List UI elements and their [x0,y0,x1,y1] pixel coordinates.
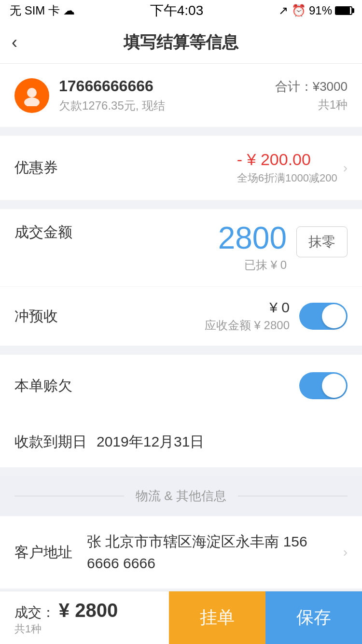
status-time: 下午4:03 [150,1,204,20]
credit-row: 本单赊欠 [0,354,362,417]
toggle-knob [322,304,346,328]
coupon-desc: 全场6折满1000减200 [237,171,337,185]
customer-card: 17666666666 欠款1276.35元, 现结 合计：¥3000 共1种 [0,64,362,127]
bottom-count: 共1种 [14,622,154,636]
logistics-divider: 物流 & 其他信息 [0,476,362,516]
coupon-chevron-icon: › [343,160,348,176]
deal-right: 2800 已抹 ¥ 0 抹零 [218,223,348,273]
prepaid-label: 冲预收 [14,307,58,326]
section-divider-2 [0,346,362,354]
deal-amount-col: 2800 已抹 ¥ 0 [218,223,287,273]
address-label: 客户地址 [14,543,72,562]
duedate-value: 2019年12月31日 [97,432,204,452]
total-count: 共1种 [275,97,348,112]
battery-bar [335,6,352,15]
prepaid-amount: ¥ 0 [205,299,290,316]
address-row[interactable]: 客户地址 张 北京市市辖区海淀区永丰南 156 6666 6666 › [0,516,362,588]
status-left: 无 SIM 卡 ☁ [10,3,75,18]
duedate-label: 收款到期日 [14,432,87,452]
fuzero-button[interactable]: 抹零 [296,226,348,257]
sim-status: 无 SIM 卡 ☁ [10,3,75,18]
bottom-deal-line: 成交： ¥ 2800 [14,600,154,622]
bottom-amount: ¥ 2800 [59,600,118,621]
svg-point-0 [27,88,37,98]
nav-bar: ‹ 填写结算等信息 [0,21,362,64]
back-button[interactable]: ‹ [12,32,17,53]
prepaid-right: ¥ 0 应收金额 ¥ 2800 [205,299,348,333]
deal-amount-sub: 已抹 ¥ 0 [218,257,287,273]
avatar [14,78,49,113]
battery-icon: ↗ ⏰ [278,4,306,17]
coupon-values: - ¥ 200.00 全场6折满1000减200 [237,150,337,185]
bottom-bar: 成交： ¥ 2800 共1种 挂单 保存 [0,591,362,644]
coupon-right: - ¥ 200.00 全场6折满1000减200 › [237,150,348,185]
section-divider-3 [0,467,362,476]
customer-phone: 17666666666 [59,77,165,95]
credit-label: 本单赊欠 [14,376,72,396]
status-right: ↗ ⏰ 91% [278,4,352,17]
customer-totals: 合计：¥3000 共1种 [275,78,348,112]
bottom-deal-label: 成交： [14,605,55,620]
status-bar: 无 SIM 卡 ☁ 下午4:03 ↗ ⏰ 91% [0,0,362,21]
battery-level: 91% [309,4,332,17]
deal-amount-number: 2800 [218,223,287,253]
content: 17666666666 欠款1276.35元, 现结 合计：¥3000 共1种 … [0,64,362,644]
customer-left: 17666666666 欠款1276.35元, 现结 [14,77,165,113]
prepaid-values: ¥ 0 应收金额 ¥ 2800 [205,299,290,333]
customer-info: 17666666666 欠款1276.35元, 现结 [59,77,165,113]
prepaid-row: 冲预收 ¥ 0 应收金额 ¥ 2800 [0,287,362,346]
logistics-line-right [238,496,348,496]
credit-toggle-knob [322,374,346,398]
hang-button[interactable]: 挂单 [169,591,265,644]
total-label: 合计：¥3000 [275,78,348,95]
coupon-row[interactable]: 优惠券 - ¥ 200.00 全场6折满1000减200 › [0,136,362,200]
duedate-row: 收款到期日 2019年12月31日 [0,417,362,467]
bottom-summary: 成交： ¥ 2800 共1种 [0,600,169,636]
svg-point-1 [24,98,40,106]
page-title: 填写结算等信息 [124,31,238,54]
credit-toggle[interactable] [299,372,348,399]
coupon-label: 优惠券 [14,158,58,178]
avatar-svg [21,85,42,106]
section-divider-1 [0,200,362,209]
coupon-discount: - ¥ 200.00 [237,150,337,169]
address-chevron-icon: › [343,545,348,560]
logistics-text: 物流 & 其他信息 [136,488,226,504]
prepaid-total: 应收金额 ¥ 2800 [205,318,290,333]
logistics-line-left [14,496,124,496]
prepaid-toggle[interactable] [299,303,348,330]
deal-amount-label: 成交金额 [14,223,72,242]
save-button[interactable]: 保存 [265,591,362,644]
address-value: 张 北京市市辖区海淀区永丰南 156 6666 6666 [87,531,343,574]
customer-debt: 欠款1276.35元, 现结 [59,98,165,113]
deal-amount-row: 成交金额 2800 已抹 ¥ 0 抹零 [0,209,362,287]
